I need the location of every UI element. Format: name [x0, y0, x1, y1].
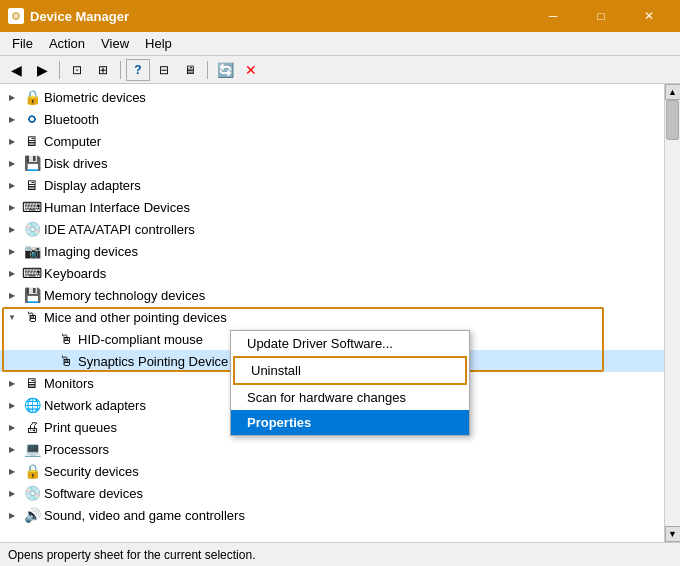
expand-computer[interactable] — [4, 133, 20, 149]
toolbar-forward[interactable]: ▶ — [30, 59, 54, 81]
toolbar-sep-2 — [120, 61, 121, 79]
synaptics-label: Synaptics Pointing Device — [78, 354, 228, 369]
network-icon: 🌐 — [23, 396, 41, 414]
sound-icon: 🔊 — [23, 506, 41, 524]
menu-view[interactable]: View — [93, 32, 137, 55]
scrollbar: ▲ ▼ — [664, 84, 680, 542]
expand-disk[interactable] — [4, 155, 20, 171]
hid-icon: ⌨ — [23, 198, 41, 216]
bluetooth-icon: ⭘ — [23, 110, 41, 128]
list-item[interactable]: 🔊 Sound, video and game controllers — [0, 504, 664, 526]
list-item[interactable]: 💾 Disk drives — [0, 152, 664, 174]
expand-bluetooth[interactable] — [4, 111, 20, 127]
monitors-icon: 🖥 — [23, 374, 41, 392]
menu-action[interactable]: Action — [41, 32, 93, 55]
toolbar-view[interactable]: ⊟ — [152, 59, 176, 81]
list-item[interactable]: 💾 Memory technology devices — [0, 284, 664, 306]
memory-label: Memory technology devices — [44, 288, 205, 303]
device-list: 🔒 Biometric devices ⭘ Bluetooth 🖥 Comput… — [0, 84, 664, 542]
toolbar-sep-1 — [59, 61, 60, 79]
display-icon: 🖥 — [23, 176, 41, 194]
close-button[interactable]: ✕ — [626, 0, 672, 32]
menu-bar: File Action View Help — [0, 32, 680, 56]
maximize-button[interactable]: □ — [578, 0, 624, 32]
menu-help[interactable]: Help — [137, 32, 180, 55]
scrollbar-thumb[interactable] — [666, 100, 679, 140]
scroll-up-btn[interactable]: ▲ — [665, 84, 681, 100]
list-item[interactable]: 💻 Processors — [0, 438, 664, 460]
security-icon: 🔒 — [23, 462, 41, 480]
expand-memory[interactable] — [4, 287, 20, 303]
imaging-icon: 📷 — [23, 242, 41, 260]
list-item[interactable]: ⌨ Human Interface Devices — [0, 196, 664, 218]
minimize-button[interactable]: ─ — [530, 0, 576, 32]
expand-keyboards[interactable] — [4, 265, 20, 281]
expand-monitors[interactable] — [4, 375, 20, 391]
list-item[interactable]: ⌨ Keyboards — [0, 262, 664, 284]
toolbar-back[interactable]: ◀ — [4, 59, 28, 81]
toolbar: ◀ ▶ ⊡ ⊞ ? ⊟ 🖥 🔄 ✕ — [0, 56, 680, 84]
disk-icon: 💾 — [23, 154, 41, 172]
expand-processors[interactable] — [4, 441, 20, 457]
list-item[interactable]: 💿 Software devices — [0, 482, 664, 504]
title-bar-text: Device Manager — [30, 9, 524, 24]
scrollbar-track[interactable] — [665, 100, 680, 526]
expand-software[interactable] — [4, 485, 20, 501]
list-item[interactable]: 🖥 Computer — [0, 130, 664, 152]
biometric-icon: 🔒 — [23, 88, 41, 106]
list-item[interactable]: 🖥 Display adapters — [0, 174, 664, 196]
hid-mouse-label: HID-compliant mouse — [78, 332, 203, 347]
hid-label: Human Interface Devices — [44, 200, 190, 215]
sound-label: Sound, video and game controllers — [44, 508, 245, 523]
context-scan[interactable]: Scan for hardware changes — [231, 385, 469, 410]
expand-mice[interactable] — [4, 309, 20, 325]
synaptics-icon: 🖱 — [57, 352, 75, 370]
computer-label: Computer — [44, 134, 101, 149]
list-item[interactable]: 📷 Imaging devices — [0, 240, 664, 262]
hid-mouse-icon: 🖱 — [57, 330, 75, 348]
title-bar-controls: ─ □ ✕ — [530, 0, 672, 32]
context-uninstall[interactable]: Uninstall — [233, 356, 467, 385]
imaging-label: Imaging devices — [44, 244, 138, 259]
expand-hid[interactable] — [4, 199, 20, 215]
expand-print[interactable] — [4, 419, 20, 435]
expand-display[interactable] — [4, 177, 20, 193]
software-label: Software devices — [44, 486, 143, 501]
mice-item[interactable]: 🖱 Mice and other pointing devices — [0, 306, 664, 328]
list-item[interactable]: 🔒 Security devices — [0, 460, 664, 482]
expand-ide[interactable] — [4, 221, 20, 237]
ide-icon: 💿 — [23, 220, 41, 238]
list-item[interactable]: 💿 IDE ATA/ATAPI controllers — [0, 218, 664, 240]
expand-biometric[interactable] — [4, 89, 20, 105]
security-label: Security devices — [44, 464, 139, 479]
menu-file[interactable]: File — [4, 32, 41, 55]
list-item[interactable]: ⭘ Bluetooth — [0, 108, 664, 130]
scroll-down-btn[interactable]: ▼ — [665, 526, 681, 542]
list-item[interactable]: 🔒 Biometric devices — [0, 86, 664, 108]
keyboards-icon: ⌨ — [23, 264, 41, 282]
toolbar-sep-3 — [207, 61, 208, 79]
context-properties[interactable]: Properties — [231, 410, 469, 435]
app-icon-symbol: ⚙ — [11, 10, 21, 23]
print-icon: 🖨 — [23, 418, 41, 436]
context-update[interactable]: Update Driver Software... — [231, 331, 469, 356]
app-icon: ⚙ — [8, 8, 24, 24]
biometric-label: Biometric devices — [44, 90, 146, 105]
computer-icon: 🖥 — [23, 132, 41, 150]
expand-sound[interactable] — [4, 507, 20, 523]
toolbar-remove[interactable]: ✕ — [239, 59, 263, 81]
processors-label: Processors — [44, 442, 109, 457]
disk-label: Disk drives — [44, 156, 108, 171]
software-icon: 💿 — [23, 484, 41, 502]
expand-security[interactable] — [4, 463, 20, 479]
memory-icon: 💾 — [23, 286, 41, 304]
main-area: 🔒 Biometric devices ⭘ Bluetooth 🖥 Comput… — [0, 84, 680, 542]
toolbar-properties-box[interactable]: ⊡ — [65, 59, 89, 81]
expand-network[interactable] — [4, 397, 20, 413]
context-menu: Update Driver Software... Uninstall Scan… — [230, 330, 470, 436]
toolbar-help[interactable]: ? — [126, 59, 150, 81]
toolbar-computer[interactable]: 🖥 — [178, 59, 202, 81]
expand-imaging[interactable] — [4, 243, 20, 259]
toolbar-toggle[interactable]: ⊞ — [91, 59, 115, 81]
toolbar-scan[interactable]: 🔄 — [213, 59, 237, 81]
